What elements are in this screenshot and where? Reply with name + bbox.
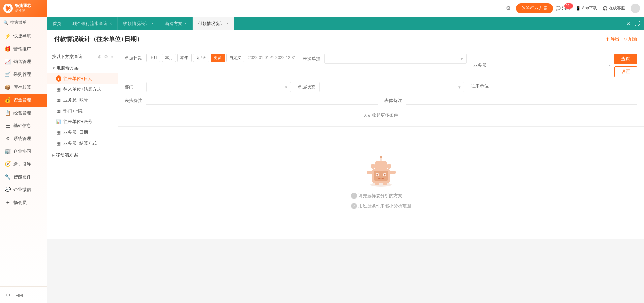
tab-new-plan[interactable]: 新建方案 × [159,17,193,30]
trial-industry-btn[interactable]: 体验行业方案 [516,3,553,13]
nav-quick-nav-label: 快捷导航 [13,33,31,39]
scheme-collapse-btn[interactable]: « [110,54,113,59]
desktop-group-label: 电脑端方案 [57,65,79,71]
header-remark-field: 表头备注 [125,97,378,105]
tip-text-2: 用过滤条件来缩小分析范围 [358,202,411,210]
topbar-settings-btn[interactable]: ⚙ [504,4,513,13]
partner-dots-btn[interactable]: ··· [633,83,637,89]
tab-payment-stats[interactable]: 付款情况统计 × [193,17,234,30]
scheme-item-partner-settle[interactable]: ▦ 往来单位+结算方式 [47,84,118,95]
partner-input[interactable] [493,82,629,90]
nav-finance-label: 资金管理 [13,97,31,103]
app-download-btn[interactable]: 📱 App下载 [576,5,597,11]
scheme-partner-account-label: 往来单位+账号 [63,119,92,125]
nav-system[interactable]: ⚙ 系统管理 [0,132,47,145]
desktop-group-arrow: ▼ [52,66,55,70]
svg-rect-7 [375,161,387,171]
user-avatar[interactable] [631,4,640,13]
nav-basic-info-label: 基础信息 [13,123,31,129]
active-dot: ● [56,75,61,82]
topbar-right: 💬 消息 99+ 📱 App下载 🎧 在线客服 [556,4,640,13]
scheme-add-btn[interactable]: ⊕ [98,54,102,59]
tip-num-1: 1 [351,193,357,199]
dept-select[interactable]: ▾ [146,82,291,92]
header-remark-input[interactable] [146,97,378,105]
scheme-item-salesman-account[interactable]: ▦ 业务员+账号 [47,95,118,105]
partner-label: 往来单位 [471,83,490,89]
source-bill-arrow: ▾ [461,56,463,61]
tab-receipt-stats-close[interactable]: × [151,21,154,26]
nav-basic-info[interactable]: 🗃 基础信息 [0,119,47,132]
bill-status-label: 单据状态 [298,84,317,90]
salesman-input[interactable] [495,61,603,69]
scheme-item-salesman-date[interactable]: ▦ 业务员+日期 [47,127,118,138]
partner-field: 往来单位 ··· [471,82,637,90]
bill-status-select[interactable]: ▾ [319,82,464,92]
tab-home[interactable]: 首页 [47,17,67,30]
nav-marketing[interactable]: 🎁 营销推广 [0,42,47,55]
nav-finance[interactable]: 💰 资金管理 [0,94,47,107]
tab-fullscreen-btn[interactable]: ⛶ [633,19,641,28]
nav-system-label: 系统管理 [13,135,31,142]
enterprise-icon: 🏢 [5,148,11,154]
logo-text-area: 畅捷通芯 标准版 [15,3,31,13]
scheme-item-dept-date[interactable]: ▦ 部门+日期 [47,105,118,116]
sidebar-collapse-btn[interactable]: ◀◀ [15,290,24,300]
scheme-mobile-group: ▶ 移动端方案 [47,149,118,161]
date-btn-this-month[interactable]: 本月 [162,54,176,62]
scheme-header-icons: ⊕ ⚙ « [98,54,113,59]
nav-inventory[interactable]: 📦 库存核算 [0,81,47,94]
tab-new-plan-close[interactable]: × [184,21,187,26]
app-download-icon: 📱 [576,6,581,11]
scheme-desktop-group-header[interactable]: ▼ 电脑端方案 [47,63,118,73]
scheme-mobile-group-header[interactable]: ▶ 移动端方案 [47,150,118,160]
tab-bank-flow[interactable]: 现金银行流水查询 × [67,17,118,30]
nav-operations[interactable]: 📋 经营管理 [0,107,47,119]
nav-inventory-label: 库存核算 [13,84,31,90]
scheme-item-salesman-settle[interactable]: ▦ 业务员+结算方式 [47,138,118,149]
tab-receipt-stats[interactable]: 收款情况统计 × [118,17,159,30]
date-btn-this-year[interactable]: 本年 [177,54,192,62]
condition-row-2: 部门 ▾ 单据状态 ▾ [125,82,637,92]
tab-payment-stats-close[interactable]: × [226,21,229,26]
nav-wechat[interactable]: 💬 企业微信 [0,183,47,196]
body-remark-input[interactable] [406,97,637,105]
nav-purchase[interactable]: 🛒 采购管理 [0,68,47,81]
export-btn[interactable]: ⬆ 导出 [606,36,619,42]
nav-enterprise[interactable]: 🏢 企业协同 [0,145,47,158]
scheme-settings-btn[interactable]: ⚙ [104,54,108,59]
page-content: 付款情况统计（往来单位+日期） ⬆ 导出 ↻ 刷新 按以下方案查询 ⊕ [47,30,644,303]
refresh-label: 刷新 [628,36,637,42]
svg-rect-8 [371,164,375,169]
source-bill-select[interactable]: ▾ [324,54,467,64]
tab-close-all-btn[interactable]: ✕ [625,19,632,28]
sidebar-search[interactable]: 🔍 搜索菜单 [0,17,47,28]
nav-membership[interactable]: ✦ 畅会员 [0,196,47,209]
tab-bank-flow-close[interactable]: × [110,21,112,26]
nav-beginner[interactable]: 🧭 新手引导 [0,158,47,171]
online-service-btn[interactable]: 🎧 在线客服 [603,5,625,11]
scheme-partner-date-label: 往来单位+日期 [63,75,92,82]
date-btn-custom[interactable]: 自定义 [226,54,244,62]
svg-point-6 [384,174,386,176]
svg-rect-9 [387,164,391,169]
date-btn-last-month[interactable]: 上月 [146,54,160,62]
messages-btn[interactable]: 💬 消息 99+ [556,5,570,11]
date-btn-7days[interactable]: 近7天 [193,54,209,62]
scheme-item-partner-account[interactable]: 📊 往来单位+账号 [47,116,118,127]
dept-field: 部门 ▾ [125,82,291,92]
query-btn[interactable]: 查询 [614,54,637,64]
date-btn-more[interactable]: 更多 [211,54,225,62]
nav-quick-nav[interactable]: ⚡ 快捷导航 [0,30,47,42]
salesman-dots-btn[interactable]: ··· [607,62,612,68]
nav-sales[interactable]: 📈 销售管理 [0,55,47,68]
condition-row-1: 单据日期 上月 本月 本年 近7天 更多 自定义 2022-01-01 至 20… [125,54,637,77]
refresh-btn[interactable]: ↻ 刷新 [623,36,637,42]
scheme-item-partner-date[interactable]: ● 往来单位+日期 [47,73,118,84]
purchase-icon: 🛒 [5,71,11,78]
sidebar-logo: 畅 畅捷通芯 标准版 [0,0,47,17]
nav-smart-hw[interactable]: 🔧 智能硬件 [0,171,47,183]
settings-btn[interactable]: 设置 [614,66,637,77]
sidebar-settings-btn[interactable]: ⚙ [3,290,13,300]
collapse-conditions-btn[interactable]: ∧∧ 收起更多条件 [125,110,637,121]
